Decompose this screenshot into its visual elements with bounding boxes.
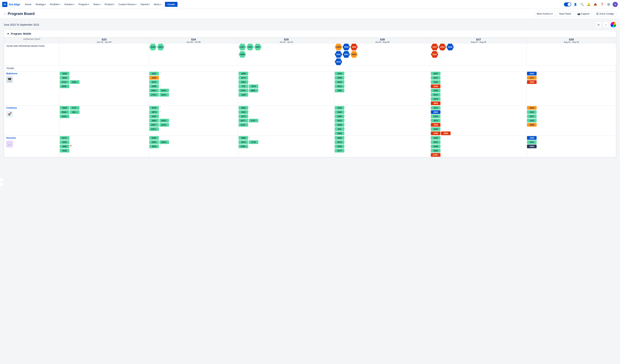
help-icon[interactable]: ❓: [599, 2, 604, 7]
nav-portfolio[interactable]: Portfolio ▾: [48, 2, 62, 7]
story-card[interactable]: 2882 ›: [249, 89, 258, 92]
user-icon[interactable]: 👤: [573, 2, 578, 7]
story-card[interactable]: 2818: [149, 119, 159, 122]
story-card[interactable]: 2768 ‹: [239, 145, 248, 148]
story-card[interactable]: 3421: [431, 80, 440, 84]
story-card[interactable]: 3489: [527, 136, 537, 140]
story-card[interactable]: 3419: [335, 72, 344, 76]
story-card[interactable]: 4273: [149, 80, 159, 84]
objective-hex[interactable]: 1247: [431, 44, 438, 50]
story-card[interactable]: 2729 ‹: [149, 93, 159, 97]
story-card[interactable]: 5388: [149, 84, 159, 88]
story-card[interactable]: 4379: [149, 106, 159, 110]
objective-hex[interactable]: 1457: [246, 44, 254, 50]
story-card[interactable]: 2553 ‹: [159, 119, 169, 122]
search-icon[interactable]: 🔍: [579, 2, 585, 7]
nav-starred[interactable]: Starred ▾: [139, 2, 152, 7]
story-card[interactable]: 2816: [149, 145, 159, 148]
story-card[interactable]: 5433: [335, 80, 344, 84]
story-card[interactable]: 4208: [335, 123, 344, 127]
story-card[interactable]: 4187: [149, 115, 159, 118]
story-card[interactable]: 2818 ‹: [159, 123, 169, 127]
story-card[interactable]: 832: [335, 127, 344, 131]
story-card[interactable]: 5426: [527, 145, 537, 148]
houston-team-link[interactable]: Houston: [4, 136, 59, 140]
story-card[interactable]: 1243 ›: [60, 115, 69, 118]
story-card[interactable]: 3526: [335, 110, 344, 114]
objective-hex[interactable]: 3598: [239, 51, 246, 58]
story-card[interactable]: 3965: [431, 110, 440, 114]
story-card[interactable]: 2815 ‹: [159, 93, 169, 97]
story-card[interactable]: 2758 ‹: [431, 153, 440, 157]
objective-hex[interactable]: 3604: [350, 51, 358, 58]
objective-hex[interactable]: 3502: [431, 51, 438, 58]
story-card[interactable]: 5478: [431, 97, 440, 101]
story-card[interactable]: 881 ›: [70, 110, 79, 114]
story-card[interactable]: 3419: [335, 106, 344, 110]
story-card[interactable]: 378: [239, 84, 248, 88]
objective-hex[interactable]: 3801: [157, 44, 164, 50]
nav-program[interactable]: Program ▾: [77, 2, 91, 7]
story-card[interactable]: 3317: [527, 76, 537, 80]
expand-view-button[interactable]: ⤢: [603, 22, 609, 28]
story-card[interactable]: 1270 ›: [60, 136, 69, 140]
story-card[interactable]: 3965: [431, 149, 440, 152]
story-card[interactable]: 1983: [335, 115, 344, 118]
story-card[interactable]: 2865: [431, 101, 440, 105]
nav-custom-rooms[interactable]: Custom Rooms ▾: [117, 2, 138, 7]
story-card[interactable]: 4302: [335, 145, 344, 148]
story-card[interactable]: 2899: [527, 123, 537, 127]
story-card[interactable]: 4056: [335, 132, 344, 135]
story-card[interactable]: 2727 ‹: [70, 106, 79, 110]
story-card[interactable]: 2674: [249, 84, 258, 88]
objective-hex[interactable]: 3595: [335, 44, 342, 50]
objective-hex[interactable]: 3618: [335, 59, 342, 65]
story-card[interactable]: 4273: [239, 115, 248, 118]
theme-toggle[interactable]: [564, 2, 571, 6]
story-card[interactable]: 4052: [239, 106, 248, 110]
story-card[interactable]: 2734 ‹: [239, 89, 248, 92]
nav-team[interactable]: Team ▾: [91, 2, 102, 7]
story-card[interactable]: 3973: [431, 119, 440, 122]
objective-hex[interactable]: 3599: [342, 44, 350, 50]
nav-product[interactable]: Product ▾: [103, 2, 116, 7]
nav-strategy[interactable]: Strategy ▾: [33, 2, 48, 7]
story-card[interactable]: 1231 ›: [239, 123, 248, 127]
objective-hex[interactable]: 3594: [149, 44, 157, 50]
story-card[interactable]: 3973: [431, 93, 440, 97]
story-card[interactable]: 5387: [149, 72, 159, 76]
story-card[interactable]: 2417 ›: [149, 127, 159, 131]
story-card[interactable]: 1229: [239, 93, 248, 97]
story-card[interactable]: 3429: [431, 145, 440, 148]
avatar[interactable]: U: [613, 2, 618, 7]
story-card[interactable]: 5393: [149, 136, 159, 140]
cowboys-team-link[interactable]: Cowboys: [4, 106, 59, 110]
story-card[interactable]: 3973: [335, 140, 344, 144]
story-card[interactable]: 2509: [60, 106, 69, 110]
story-card[interactable]: 3420: [431, 127, 440, 131]
objective-hex[interactable]: 3603: [342, 51, 350, 58]
bell-icon[interactable]: 🔔: [586, 2, 591, 7]
story-card[interactable]: 2626: [60, 149, 69, 152]
capture-button[interactable]: 📷 Capture: [575, 11, 592, 16]
story-card[interactable]: 4013: [335, 84, 344, 88]
story-card[interactable]: 2597 ‹: [149, 123, 159, 127]
create-button[interactable]: Create: [165, 2, 178, 7]
story-card[interactable]: 3417: [527, 115, 537, 118]
story-card[interactable]: 2508 ‹: [60, 84, 69, 88]
team-rank-button[interactable]: Team Rank: [557, 11, 574, 16]
story-card[interactable]: 3890: [60, 145, 69, 148]
nav-solution[interactable]: Solution ▾: [62, 2, 76, 7]
story-card[interactable]: 4052: [239, 80, 248, 84]
story-card[interactable]: 3960: [239, 136, 248, 140]
story-card[interactable]: 4209: [149, 76, 159, 80]
baltimore-team-link[interactable]: Baltimore: [4, 71, 59, 76]
story-card[interactable]: 5431: [527, 140, 537, 144]
story-card[interactable]: 3422: [527, 72, 537, 76]
objective-hex[interactable]: 1327: [239, 44, 246, 50]
story-card[interactable]: 2650 ‹: [149, 89, 159, 92]
story-card[interactable]: 2551: [149, 140, 159, 144]
story-card[interactable]: 2626: [60, 76, 69, 80]
story-card[interactable]: 1638: [60, 72, 69, 76]
story-card[interactable]: 4353: [239, 110, 248, 114]
